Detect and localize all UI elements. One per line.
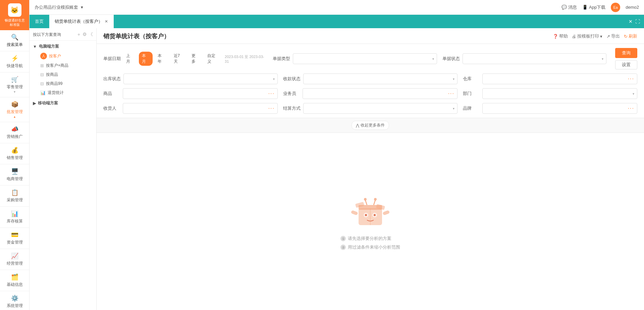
page-title: 销货单统计表（按客户） (103, 32, 170, 40)
query-button[interactable]: 查询 (615, 48, 637, 58)
date-btn-last-month[interactable]: 上月 (123, 52, 137, 66)
mobile-group[interactable]: ▶ 移动端方案 (30, 99, 96, 108)
doc-status-select[interactable]: ▾ (463, 53, 606, 64)
tab-close-icon[interactable]: ✕ (105, 19, 108, 24)
logo-icon: 🐱 (8, 3, 21, 17)
chart-icon: 📊 (40, 90, 46, 95)
sidebar-item-operations[interactable]: 📈 经营管理 (0, 249, 29, 270)
window-close-button[interactable]: ✕ (629, 19, 633, 24)
help-button[interactable]: ❓ 帮助 (553, 33, 568, 39)
add-scheme-button[interactable]: ＋ (76, 32, 81, 38)
filter-settlement: 结算方式 ▾ (283, 103, 458, 114)
date-btn-more[interactable]: 更多 (189, 52, 202, 66)
sidebar-item-retail[interactable]: 🛒 零售管理 ▾ (0, 72, 29, 97)
sidebar-item-system[interactable]: ⚙️ 系统管理 (0, 291, 29, 310)
tab-home[interactable]: 首页 (30, 15, 49, 28)
tab-sales-stat[interactable]: 销货单统计表（按客户） ✕ (49, 15, 114, 28)
ecommerce-icon: 🖥️ (11, 168, 18, 175)
filter-area: 单据日期 上月 本月 本年 近7天 更多 自定义 2023-03-01 至 20… (97, 44, 644, 118)
sidebar-item-marketing[interactable]: 📣 营销推广 (0, 122, 29, 143)
doc-type-arrow-icon: ▾ (432, 57, 434, 61)
tree-item-by-goods-99[interactable]: ⊟ 按商品99 (30, 79, 96, 88)
goods-dots-icon[interactable]: ··· (268, 91, 275, 97)
help-icon: ❓ (553, 34, 558, 39)
date-btn-custom[interactable]: 自定义 (204, 52, 222, 66)
sidebar-item-purchase[interactable]: 📋 采购管理 (0, 186, 29, 207)
sidebar: 🐱 畅捷通好生意 标准版 🔍 搜索菜单 ⚡ 快捷导航 🛒 零售管理 ▾ 📦 批发… (0, 0, 30, 310)
receiver-label: 收货人 (103, 105, 120, 111)
svg-line-10 (374, 200, 375, 205)
user-avatar[interactable]: Ea (611, 3, 620, 12)
left-panel-header: 按以下方案查询 ＋ ⚙ 《 (30, 32, 96, 41)
tip-item-1: ① 请先选择要分析的方案 (340, 236, 400, 242)
goods-select[interactable]: ··· (123, 88, 278, 99)
app-dropdown-icon[interactable]: ▾ (81, 5, 83, 10)
sidebar-item-wholesale[interactable]: 📦 批发管理 ▴ (0, 97, 29, 122)
sidebar-item-finance[interactable]: 💳 资金管理 (0, 228, 29, 249)
table-icon: ⊟ (40, 72, 44, 77)
collapse-row: ⋀ 收起更多条件 (97, 118, 644, 133)
salesperson-dots-icon[interactable]: ··· (448, 91, 454, 97)
filter-row-3: 商品 ··· 业务员 ··· 部门 (103, 88, 637, 99)
settlement-label: 结算方式 (283, 105, 301, 111)
date-btn-last-7[interactable]: 近7天 (171, 52, 187, 66)
tree-item-by-customer-goods[interactable]: ⊞ 按客户+商品 (30, 61, 96, 70)
filter-warehouse: 仓库 ··· (463, 73, 637, 84)
collapse-button[interactable]: ⋀ 收起更多条件 (352, 121, 389, 130)
print-dropdown-icon[interactable]: ▾ (600, 34, 602, 39)
desktop-group[interactable]: ▼ 电脑端方案 (30, 42, 96, 51)
filter-doc-status: 单据状态 ▾ (442, 53, 606, 64)
settlement-select[interactable]: ▾ (303, 103, 458, 114)
search-icon: 🔍 (11, 34, 18, 41)
window-max-button[interactable]: ⛶ (635, 19, 640, 24)
message-button[interactable]: 💬 消息 (561, 4, 577, 10)
payment-status-select[interactable]: ▾ (303, 73, 458, 84)
empty-tips: ① 请先选择要分析的方案 ② 用过滤条件来缩小分析范围 (340, 236, 400, 253)
page-header: 销货单统计表（按客户） ❓ 帮助 🖨 按模板打印 ▾ ↗ 导出 (97, 28, 644, 44)
message-icon: 💬 (561, 5, 567, 10)
date-btn-this-year[interactable]: 本年 (155, 52, 168, 66)
tree-item-return-stat[interactable]: 📊 退货统计 (30, 88, 96, 97)
print-button[interactable]: 🖨 按模板打印 ▾ (572, 33, 602, 39)
collapse-panel-button[interactable]: 《 (88, 32, 93, 38)
app-download-button[interactable]: 📱 App下载 (582, 4, 605, 10)
sidebar-item-inventory[interactable]: 📊 库存核算 (0, 207, 29, 228)
dept-select[interactable]: ▾ (482, 88, 637, 99)
svg-point-9 (364, 198, 367, 201)
receiver-dots-icon[interactable]: ··· (268, 105, 275, 111)
settlement-arrow-icon: ▾ (453, 107, 454, 110)
sidebar-item-sales[interactable]: 💰 销售管理 (0, 143, 29, 164)
tree-item-by-customer[interactable]: 人 按客户 (30, 51, 96, 61)
topbar-right: 💬 消息 📱 App下载 Ea demo2 (561, 3, 639, 12)
empty-image (350, 190, 390, 230)
sidebar-item-shortcut[interactable]: ⚡ 快捷导航 (0, 51, 29, 72)
filter-payment-status: 收款状态 ▾ (283, 73, 458, 84)
refresh-button[interactable]: ↻ 刷新 (624, 33, 637, 39)
warehouse-label: 仓库 (463, 76, 480, 82)
marketing-icon: 📣 (11, 125, 18, 133)
svg-point-7 (374, 214, 376, 216)
settings-scheme-button[interactable]: ⚙ (83, 32, 87, 38)
brand-dots-icon[interactable]: ··· (628, 105, 634, 111)
receiver-select[interactable]: ··· (123, 103, 278, 114)
sidebar-item-ecommerce[interactable]: 🖥️ 电商管理 (0, 164, 29, 186)
warehouse-dots-icon[interactable]: ··· (628, 76, 634, 82)
doc-type-select[interactable]: ▾ (293, 53, 437, 64)
filter-settings-button[interactable]: 设置 (615, 60, 637, 69)
salesperson-select[interactable]: ··· (303, 88, 458, 99)
sidebar-item-search[interactable]: 🔍 搜索菜单 (0, 30, 29, 51)
tree-item-by-goods[interactable]: ⊟ 按商品 (30, 70, 96, 79)
inventory-icon: 📊 (11, 210, 18, 217)
tip-number-2: ② (340, 245, 346, 250)
goods-label: 商品 (103, 91, 120, 97)
empty-state: ① 请先选择要分析的方案 ② 用过滤条件来缩小分析范围 (97, 133, 644, 310)
brand-select[interactable]: ··· (482, 103, 637, 114)
date-btn-this-month[interactable]: 本月 (139, 52, 153, 66)
out-status-select[interactable]: ▾ (123, 73, 278, 84)
export-button[interactable]: ↗ 导出 (606, 33, 620, 39)
warehouse-select[interactable]: ··· (482, 73, 637, 84)
purchase-icon: 📋 (11, 189, 18, 196)
sidebar-item-basic[interactable]: 🗂️ 基础信息 (0, 270, 29, 291)
filter-goods: 商品 ··· (103, 88, 278, 99)
app-name-label: 办公用品行业模拟账套 (35, 4, 78, 10)
